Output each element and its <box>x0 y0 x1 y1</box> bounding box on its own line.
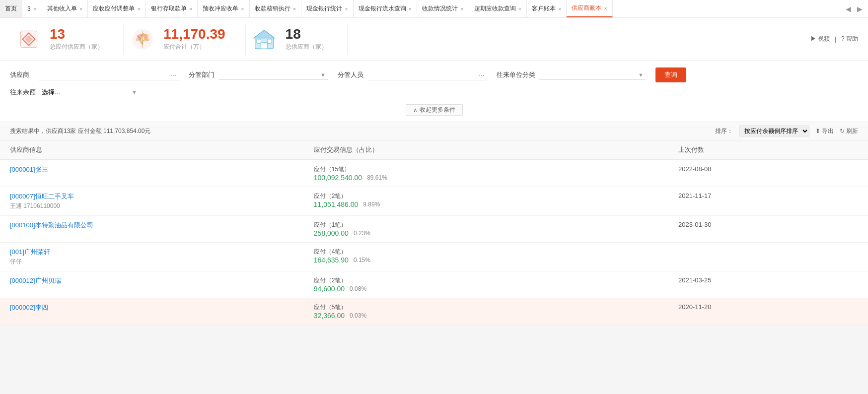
nav-item-label: 现金银行流水查询 <box>359 4 406 13</box>
summary-bar: 13 总应付供应商（家） 🌾 11,170.39 应付合计（万） <box>0 18 868 61</box>
refresh-button[interactable]: ↻ 刷新 <box>840 127 858 135</box>
supplier-link[interactable]: [001]广州荣轩 <box>10 248 50 256</box>
last-payment-cell: 2023-01-30 <box>668 216 868 243</box>
nav-item-bank-deposit[interactable]: 银行存取款单 × <box>146 0 198 17</box>
nav-item-customer-book[interactable]: 客户账本 × <box>527 0 567 17</box>
balance-select-wrap: 选择... ▼ <box>40 87 139 97</box>
close-icon[interactable]: × <box>33 6 36 12</box>
trade-note: 应付（1笔） <box>314 221 658 229</box>
close-icon[interactable]: × <box>345 6 348 12</box>
close-icon[interactable]: × <box>460 6 463 12</box>
nav-arrow-right[interactable]: ▶ <box>854 4 866 14</box>
supplier-link[interactable]: [000007]恒旺二手叉车 <box>10 193 74 200</box>
collapse-up-icon: ∧ <box>413 107 418 114</box>
export-button[interactable]: ⬆ 导出 <box>815 127 834 135</box>
department-label: 分管部门 <box>189 70 215 79</box>
trade-cell: 应付（15笔）100,092,540.0089.61% <box>304 160 668 187</box>
supplier-link[interactable]: [000100]本特勤油品有限公司 <box>10 221 93 229</box>
nav-item-ar-ap-adjust[interactable]: 应收应付调整单 × <box>88 0 145 17</box>
trade-amount[interactable]: 258,000.00 <box>314 229 349 237</box>
trade-percent: 0.23% <box>354 230 370 237</box>
export-icon: ⬆ <box>815 128 820 134</box>
nav-item-collect-stat[interactable]: 收款情况统计 × <box>417 0 469 17</box>
store-icon <box>251 25 278 53</box>
close-icon[interactable]: × <box>518 6 521 12</box>
last-payment-date: 2022-08-08 <box>678 165 712 173</box>
supplier-input-wrap: ··· <box>39 70 179 80</box>
nav-item-tab3[interactable]: 3 × <box>22 0 42 17</box>
col-header-last-payment: 上次付数 <box>668 140 868 160</box>
close-icon[interactable]: × <box>558 6 561 12</box>
category-field: 往来单位分类 ▼ <box>497 70 646 80</box>
collapse-button[interactable]: ∧ 收起更多条件 <box>406 104 463 116</box>
nav-item-supplier-book[interactable]: 供应商账本 × <box>567 0 612 17</box>
trade-note: 应付（2笔） <box>314 192 658 200</box>
last-payment-date: 2021-03-25 <box>678 276 712 284</box>
department-select[interactable] <box>220 71 318 78</box>
nav-item-home[interactable]: 首页 <box>0 0 22 17</box>
category-dropdown-icon: ▼ <box>638 72 644 78</box>
result-info: 搜索结果中，供应商13家 应付金额 111,703,854.00元 <box>10 127 150 135</box>
table-wrap: 供应商信息 应付交易信息（占比） 上次付数 [000001]张三应付（15笔）1… <box>0 140 868 325</box>
table-header-row: 供应商信息 应付交易信息（占比） 上次付数 <box>0 140 868 160</box>
nav-item-pre-collect[interactable]: 预收冲应收单 × <box>198 0 249 17</box>
video-link[interactable]: ▶ 视频 <box>810 35 830 43</box>
supplier-input[interactable] <box>41 71 171 78</box>
nav-item-overdue-ar[interactable]: 超期应收款查询 × <box>469 0 527 17</box>
help-link[interactable]: ? 帮助 <box>841 35 858 43</box>
query-button[interactable]: 查询 <box>655 67 686 82</box>
supplier-sub-info: 仔仔 <box>10 258 294 266</box>
trade-cell: 应付（2笔）94,600.000.08% <box>304 271 668 298</box>
last-payment-cell: 2020-11-20 <box>668 298 868 325</box>
top-navigation: 首页 3 × 其他收入单 × 应收应付调整单 × 银行存取款单 × 预收冲应收单… <box>0 0 868 18</box>
supplier-link[interactable]: [000002]李四 <box>10 304 48 311</box>
balance-select[interactable]: 选择... <box>42 88 130 96</box>
last-payment-date: 2020-11-20 <box>678 303 712 311</box>
nav-item-other-income[interactable]: 其他收入单 × <box>42 0 88 17</box>
trade-note: 应付（2笔） <box>314 276 658 285</box>
nav-item-label: 首页 <box>5 4 17 13</box>
search-row-2: 往来余额 选择... ▼ <box>10 87 858 97</box>
close-icon[interactable]: × <box>409 6 412 12</box>
supplier-link[interactable]: [000012]广州贝瑞 <box>10 277 61 284</box>
table-row: [000012]广州贝瑞应付（2笔）94,600.000.08%2021-03-… <box>0 271 868 298</box>
payable-suppliers-number: 13 <box>50 27 103 42</box>
close-icon[interactable]: × <box>604 5 607 11</box>
close-icon[interactable]: × <box>189 6 192 12</box>
person-dots-icon[interactable]: ··· <box>479 71 485 79</box>
nav-item-label: 其他收入单 <box>47 4 77 13</box>
close-icon[interactable]: × <box>137 6 140 12</box>
supplier-sub-info: 王通 17106110000 <box>10 202 294 210</box>
person-input[interactable] <box>369 71 479 78</box>
sort-select[interactable]: 按应付余额倒序排序 <box>739 126 809 136</box>
svg-rect-12 <box>261 42 267 49</box>
category-select[interactable] <box>541 71 636 78</box>
nav-item-collect-verify[interactable]: 收款核销执行 × <box>250 0 301 17</box>
trade-note: 应付（5笔） <box>314 303 658 312</box>
payable-amount-number: 11,170.39 <box>163 27 225 42</box>
trade-amount[interactable]: 94,600.00 <box>314 285 345 293</box>
table-row: [000007]恒旺二手叉车王通 17106110000应付（2笔）11,051… <box>0 187 868 216</box>
trade-amount[interactable]: 32,366.00 <box>314 312 345 320</box>
close-icon[interactable]: × <box>293 6 296 12</box>
close-icon[interactable]: × <box>79 6 82 12</box>
trade-amount[interactable]: 100,092,540.00 <box>314 174 362 182</box>
nav-item-cash-flow[interactable]: 现金银行流水查询 × <box>354 0 417 17</box>
nav-arrows: ◀ ▶ <box>840 4 868 14</box>
total-suppliers-number: 18 <box>286 27 327 42</box>
supplier-field: 供应商 ··· <box>10 70 179 80</box>
supplier-cell: [000007]恒旺二手叉车王通 17106110000 <box>0 187 304 216</box>
trade-amount[interactable]: 164,635.90 <box>314 256 349 264</box>
trade-amount[interactable]: 11,051,486.00 <box>314 200 359 208</box>
nav-arrow-left[interactable]: ◀ <box>843 4 854 14</box>
supplier-link[interactable]: [000001]张三 <box>10 166 48 173</box>
supplier-dots-icon[interactable]: ··· <box>171 71 177 79</box>
nav-item-label: 超期应收款查询 <box>474 4 516 13</box>
collapse-bar: ∧ 收起更多条件 <box>10 102 858 118</box>
nav-item-cash-stat[interactable]: 现金银行统计 × <box>301 0 353 17</box>
table-row: [000001]张三应付（15笔）100,092,540.0089.61%202… <box>0 160 868 187</box>
close-icon[interactable]: × <box>241 6 244 12</box>
summary-info-payable-amount: 11,170.39 应付合计（万） <box>163 27 225 52</box>
table-row: [000100]本特勤油品有限公司应付（1笔）258,000.000.23%20… <box>0 216 868 243</box>
col-header-supplier: 供应商信息 <box>0 140 304 160</box>
